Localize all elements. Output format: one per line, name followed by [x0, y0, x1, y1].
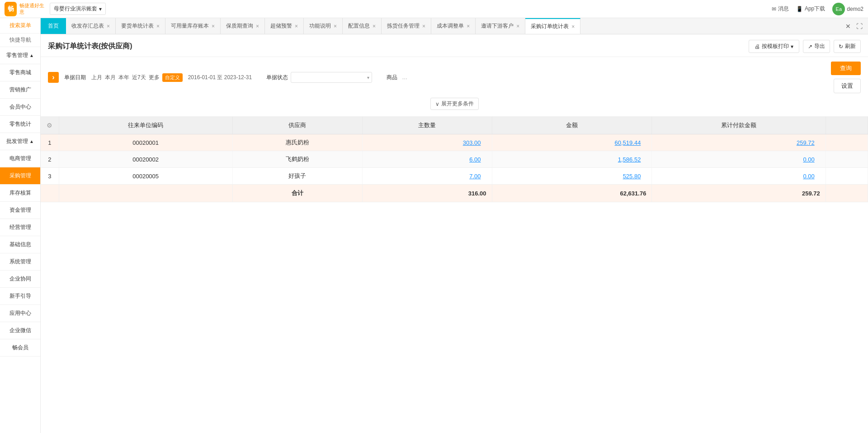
app-download-button[interactable]: 📱 App下载 — [796, 5, 825, 13]
cell-amount[interactable]: 1,586.52 — [492, 151, 652, 168]
tab-overstock[interactable]: 超储预警 × — [265, 18, 304, 34]
sidebar-search[interactable]: 搜索菜单 — [0, 18, 40, 33]
table-body: 1 00020001 惠氏奶粉 303.00 60,519.44 259.72 … — [41, 134, 868, 185]
footer-qty: 316.00 — [363, 185, 492, 202]
date-label: 单据日期 — [64, 74, 86, 81]
shortcut-last-month[interactable]: 上月 — [91, 74, 102, 81]
sidebar-item-retail-mall[interactable]: 零售商城 — [0, 64, 40, 81]
th-amount: 金额 — [492, 117, 652, 134]
download-icon: 📱 — [796, 6, 803, 12]
message-button[interactable]: ✉ 消息 — [772, 5, 789, 13]
chevron-right-icon: › — [52, 73, 54, 81]
export-button[interactable]: ↗ 导出 — [803, 40, 830, 53]
tab-function-desc[interactable]: 功能说明 × — [304, 18, 343, 34]
sidebar-item-ecommerce[interactable]: 电商管理 — [0, 150, 40, 167]
sidebar-item-system[interactable]: 系统管理 — [0, 253, 40, 271]
cell-paid-amount[interactable]: 259.72 — [652, 134, 826, 151]
footer-extra — [826, 185, 868, 202]
refresh-button[interactable]: ↻ 刷新 — [834, 40, 861, 53]
refresh-icon: ↻ — [839, 43, 843, 50]
sidebar-item-basic-info[interactable]: 基础信息 — [0, 236, 40, 253]
th-code: 往来单位编码 — [59, 117, 232, 134]
sidebar-item-wholesale[interactable]: 批发管理▲ — [0, 133, 40, 150]
maximize-tab-btn[interactable]: ⛶ — [854, 22, 864, 31]
sidebar-item-guide[interactable]: 新手引导 — [0, 288, 40, 305]
cell-code: 00020005 — [59, 168, 232, 185]
chevron-down-icon: ▾ — [791, 43, 793, 50]
footer-label: 合计 — [232, 185, 362, 202]
table-container: ⚙ 往来单位编码 供应商 主数量 金额 累计付款金额 1 — [41, 117, 868, 433]
shortcut-this-month[interactable]: 本月 — [105, 74, 116, 81]
sidebar-item-member[interactable]: 会员中心 — [0, 99, 40, 116]
tab-invite-downstream[interactable]: 邀请下游客户 × — [476, 18, 525, 34]
cell-extra — [826, 151, 868, 168]
th-qty: 主数量 — [363, 117, 492, 134]
close-icon[interactable]: × — [295, 23, 298, 29]
sidebar-item-purchase[interactable]: 采购管理 — [0, 167, 40, 185]
date-range-display: 2016-01-01 至 2023-12-31 — [188, 74, 252, 81]
footer-row: 合计 316.00 62,631.76 259.72 — [41, 185, 868, 202]
sidebar-item-retail-stats[interactable]: 零售统计 — [0, 116, 40, 133]
sidebar-item-wechat[interactable]: 企业微信 — [0, 322, 40, 339]
cell-qty[interactable]: 6.00 — [363, 151, 492, 168]
close-icon[interactable]: × — [212, 23, 215, 29]
tab-collection-summary[interactable]: 收发存汇总表 × — [66, 18, 116, 34]
search-button[interactable]: 查询 — [831, 62, 861, 75]
logo-text: 畅捷通好生意 — [19, 3, 45, 14]
settings-button[interactable]: 设置 — [834, 79, 861, 93]
cell-amount[interactable]: 525.80 — [492, 168, 652, 185]
tab-config[interactable]: 配置信息 × — [343, 18, 382, 34]
cell-paid-amount[interactable]: 0.00 — [652, 168, 826, 185]
sidebar-item-operations[interactable]: 经营管理 — [0, 219, 40, 236]
tab-order-stats[interactable]: 要货单统计表 × — [116, 18, 165, 34]
gear-icon[interactable]: ⚙ — [47, 122, 52, 129]
workspace-selector[interactable]: 母婴行业演示账套 ▾ — [50, 3, 106, 15]
sidebar-item-app-center[interactable]: 应用中心 — [0, 305, 40, 322]
tab-shelf-life[interactable]: 保质期查询 × — [221, 18, 265, 34]
custom-date-badge[interactable]: 自定义 — [162, 73, 183, 82]
close-icon[interactable]: × — [422, 23, 425, 29]
export-icon: ↗ — [808, 43, 812, 50]
shortcut-this-year[interactable]: 本年 — [118, 74, 129, 81]
close-icon[interactable]: × — [467, 23, 470, 29]
sidebar-item-enterprise[interactable]: 企业协同 — [0, 271, 40, 288]
sidebar-item-inventory[interactable]: 库存核算 — [0, 185, 40, 202]
status-filter-group: 单据状态 — [266, 72, 372, 83]
cell-extra — [826, 168, 868, 185]
close-icon[interactable]: × — [334, 23, 337, 29]
sidebar-item-member2[interactable]: 畅会员 — [0, 339, 40, 357]
close-tab-btn[interactable]: ✕ — [844, 22, 853, 31]
sidebar-quick-nav[interactable]: 快捷导航 — [0, 33, 40, 47]
print-button[interactable]: 🖨 按模板打印 ▾ — [749, 40, 799, 53]
sidebar-item-marketing[interactable]: 营销推广 — [0, 81, 40, 99]
close-icon[interactable]: × — [373, 23, 376, 29]
cell-qty[interactable]: 303.00 — [363, 134, 492, 151]
tab-available-stock[interactable]: 可用量库存账本 × — [165, 18, 221, 34]
filter-row-1: › 单据日期 上月 本月 本年 近7天 更多 自定义 2016-01-01 至 … — [48, 62, 861, 93]
filter-area: › 单据日期 上月 本月 本年 近7天 更多 自定义 2016-01-01 至 … — [41, 57, 868, 117]
goods-more-icon[interactable]: … — [400, 73, 409, 81]
close-icon[interactable]: × — [256, 23, 259, 29]
close-icon[interactable]: × — [156, 23, 160, 29]
tab-bar: 首页 收发存汇总表 × 要货单统计表 × 可用量库存账本 × 保质期查询 × 超… — [41, 18, 868, 34]
tab-home[interactable]: 首页 — [41, 18, 66, 34]
sidebar-item-finance[interactable]: 资金管理 — [0, 202, 40, 219]
user-menu[interactable]: Ea demo2 — [832, 3, 863, 15]
workspace-label: 母婴行业演示账套 — [54, 5, 97, 13]
tab-purchase-order-stats[interactable]: 采购订单统计表 × — [525, 18, 580, 34]
footer-amount: 62,631.76 — [492, 185, 652, 202]
cell-amount[interactable]: 60,519.44 — [492, 134, 652, 151]
status-select[interactable] — [291, 72, 372, 83]
tab-pick-task[interactable]: 拣货任务管理 × — [382, 18, 431, 34]
shortcut-7days[interactable]: 近7天 — [132, 74, 146, 81]
expand-more-button[interactable]: ∨ 展开更多条件 — [430, 98, 479, 110]
close-icon[interactable]: × — [516, 23, 519, 29]
close-icon[interactable]: × — [571, 24, 575, 30]
shortcut-more[interactable]: 更多 — [149, 74, 160, 81]
sidebar-item-retail-mgmt[interactable]: 零售管理▲ — [0, 47, 40, 64]
close-icon[interactable]: × — [107, 23, 110, 29]
filter-expand-button[interactable]: › — [48, 72, 59, 83]
cell-qty[interactable]: 7.00 — [363, 168, 492, 185]
tab-cost-adjust[interactable]: 成本调整单 × — [431, 18, 476, 34]
cell-paid-amount[interactable]: 0.00 — [652, 151, 826, 168]
